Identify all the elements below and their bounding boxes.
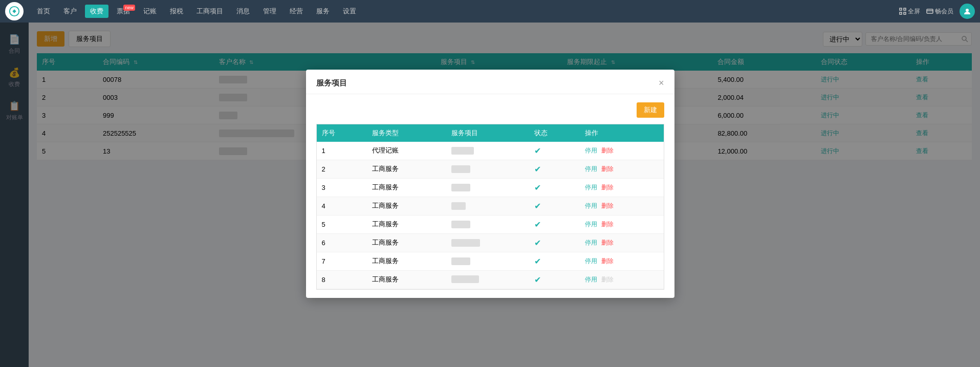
service-item-name-1: ████ xyxy=(451,165,470,173)
modal-toolbar: 新建 xyxy=(316,102,664,118)
nav-item-baoshui[interactable]: 报税 xyxy=(165,5,188,18)
service-item-name-6: ████ xyxy=(451,257,470,265)
modal-table-row: 4工商服务███✔停用删除 xyxy=(317,197,664,215)
modal-cell-item-3: ███ xyxy=(446,197,529,215)
modal-cell-seq-4: 5 xyxy=(317,215,367,233)
modal-table-row: 3工商服务████✔停用删除 xyxy=(317,178,664,197)
nav-item-piao[interactable]: 票据new xyxy=(112,5,135,18)
service-item-name-0: ████1 xyxy=(451,147,474,155)
app-logo[interactable] xyxy=(5,2,24,20)
svg-point-6 xyxy=(966,9,969,12)
delete-button-3[interactable]: 删除 xyxy=(601,202,614,209)
nav-items: 首页客户收费票据new记账报税工商项目消息管理经营服务设置 xyxy=(32,5,899,18)
service-item-name-4: ████ xyxy=(451,221,470,228)
modal-cell-item-2: ████ xyxy=(446,178,529,197)
nav-item-fuwu[interactable]: 服务 xyxy=(311,5,335,18)
delete-button-1[interactable]: 删除 xyxy=(601,165,614,172)
status-check-icon-1: ✔ xyxy=(534,165,541,174)
svg-rect-3 xyxy=(900,12,902,14)
stop-button-0[interactable]: 停用 xyxy=(585,147,597,154)
modal-cell-item-0: ████1 xyxy=(446,142,529,160)
modal-cell-item-7: ███注册 xyxy=(446,270,529,289)
modal-col-header-seq: 序号 xyxy=(317,124,367,142)
nav-item-guanli[interactable]: 管理 xyxy=(258,5,281,18)
modal-cell-type-2: 工商服务 xyxy=(367,178,446,197)
modal-table-row: 5工商服务████✔停用删除 xyxy=(317,215,664,233)
nav-badge-piao: new xyxy=(123,5,135,11)
modal-col-header-status: 状态 xyxy=(529,124,580,142)
top-nav: 首页客户收费票据new记账报税工商项目消息管理经营服务设置 全屏 畅会员 xyxy=(0,0,980,23)
svg-rect-5 xyxy=(927,9,933,13)
status-check-icon-5: ✔ xyxy=(534,239,541,247)
stop-button-1[interactable]: 停用 xyxy=(585,165,597,172)
modal-cell-action-3: 停用删除 xyxy=(580,197,663,215)
modal-cell-type-5: 工商服务 xyxy=(367,233,446,252)
modal-cell-item-1: ████ xyxy=(446,160,529,178)
modal-cell-status-7: ✔ xyxy=(529,270,580,289)
modal-new-button[interactable]: 新建 xyxy=(637,102,664,118)
modal-cell-status-6: ✔ xyxy=(529,252,580,270)
service-item-name-3: ███ xyxy=(451,202,466,210)
modal-cell-type-1: 工商服务 xyxy=(367,160,446,178)
nav-item-customer[interactable]: 客户 xyxy=(58,5,82,18)
svg-rect-1 xyxy=(900,8,902,10)
modal-table-wrap: 序号服务类型服务项目状态操作 1代理记账████1✔停用删除2工商服务████✔… xyxy=(316,124,664,290)
nav-item-shoufei[interactable]: 收费 xyxy=(85,5,108,18)
delete-button-7: 删除 xyxy=(601,276,614,283)
modal-cell-type-7: 工商服务 xyxy=(367,270,446,289)
delete-button-5[interactable]: 删除 xyxy=(601,239,614,246)
modal-col-header-type: 服务类型 xyxy=(367,124,446,142)
nav-item-shezhi[interactable]: 设置 xyxy=(338,5,361,18)
modal-cell-action-7: 停用删除 xyxy=(580,270,663,289)
modal-close-button[interactable]: × xyxy=(659,78,664,89)
modal-cell-status-0: ✔ xyxy=(529,142,580,160)
modal-cell-seq-6: 7 xyxy=(317,252,367,270)
modal-cell-action-1: 停用删除 xyxy=(580,160,663,178)
modal-header: 服务项目 × xyxy=(306,70,674,94)
modal-col-header-action: 操作 xyxy=(580,124,663,142)
delete-button-2[interactable]: 删除 xyxy=(601,184,614,191)
modal-cell-action-6: 停用删除 xyxy=(580,252,663,270)
modal-table-row: 7工商服务████✔停用删除 xyxy=(317,252,664,270)
stop-button-6[interactable]: 停用 xyxy=(585,257,597,265)
stop-button-7[interactable]: 停用 xyxy=(585,276,597,283)
status-check-icon-6: ✔ xyxy=(534,257,541,266)
modal-cell-status-1: ✔ xyxy=(529,160,580,178)
delete-button-0[interactable]: 删除 xyxy=(601,147,614,154)
service-items-table: 序号服务类型服务项目状态操作 1代理记账████1✔停用删除2工商服务████✔… xyxy=(317,124,664,289)
stop-button-4[interactable]: 停用 xyxy=(585,221,597,228)
delete-button-6[interactable]: 删除 xyxy=(601,257,614,265)
modal-cell-action-0: 停用删除 xyxy=(580,142,663,160)
modal-cell-status-3: ✔ xyxy=(529,197,580,215)
nav-item-jizhang[interactable]: 记账 xyxy=(138,5,162,18)
status-check-icon-3: ✔ xyxy=(534,202,541,210)
svg-rect-2 xyxy=(904,8,906,10)
stop-button-5[interactable]: 停用 xyxy=(585,239,597,246)
modal-cell-status-4: ✔ xyxy=(529,215,580,233)
delete-button-4[interactable]: 删除 xyxy=(601,221,614,228)
service-item-name-5: ██████ xyxy=(451,239,480,247)
nav-item-gongshang[interactable]: 工商项目 xyxy=(191,5,228,18)
user-avatar[interactable] xyxy=(960,4,975,19)
service-item-name-7: ███注册 xyxy=(451,275,479,283)
nav-item-xiaoxi[interactable]: 消息 xyxy=(231,5,255,18)
status-check-icon-7: ✔ xyxy=(534,275,541,284)
svg-rect-4 xyxy=(904,12,906,14)
modal-cell-type-3: 工商服务 xyxy=(367,197,446,215)
status-check-icon-2: ✔ xyxy=(534,183,541,192)
modal-cell-status-5: ✔ xyxy=(529,233,580,252)
nav-item-home[interactable]: 首页 xyxy=(32,5,55,18)
modal-cell-type-6: 工商服务 xyxy=(367,252,446,270)
modal-cell-item-6: ████ xyxy=(446,252,529,270)
nav-item-jingying[interactable]: 经营 xyxy=(285,5,308,18)
modal-cell-status-2: ✔ xyxy=(529,178,580,197)
modal-cell-action-2: 停用删除 xyxy=(580,178,663,197)
stop-button-2[interactable]: 停用 xyxy=(585,184,597,191)
modal-body: 新建 序号服务类型服务项目状态操作 1代理记账████1✔停用删除2工商服务██… xyxy=(306,94,674,298)
modal-cell-action-4: 停用删除 xyxy=(580,215,663,233)
stop-button-3[interactable]: 停用 xyxy=(585,202,597,209)
modal-table-row: 1代理记账████1✔停用删除 xyxy=(317,142,664,160)
fullscreen-btn[interactable]: 全屏 xyxy=(899,7,920,16)
right-icons: 全屏 畅会员 xyxy=(899,4,975,19)
vip-btn[interactable]: 畅会员 xyxy=(926,7,953,16)
